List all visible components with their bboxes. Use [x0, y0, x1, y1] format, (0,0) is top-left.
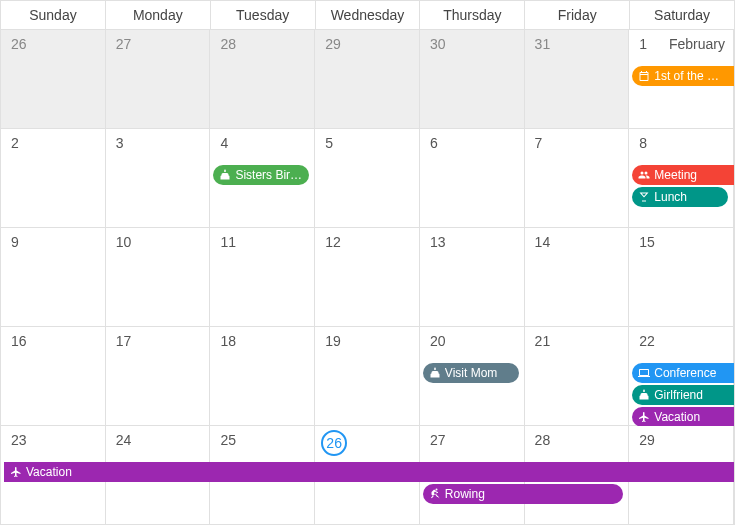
day-number: 8 [639, 135, 647, 151]
day-number: 13 [430, 234, 446, 250]
day-number: 10 [116, 234, 132, 250]
day-number: 18 [220, 333, 236, 349]
day-cell[interactable]: 9 [1, 228, 106, 326]
cake-icon [219, 169, 231, 181]
week-row: 23242526272829VacationRowing [1, 426, 734, 524]
day-cell[interactable]: 21 [525, 327, 630, 425]
event-pill[interactable]: Lunch [632, 187, 728, 207]
event-label: Lunch [654, 187, 687, 207]
day-cell[interactable]: 15 [629, 228, 734, 326]
event-pill[interactable]: Sisters Birth… [213, 165, 309, 185]
weekday-header: Sunday [1, 1, 106, 29]
event-pill[interactable]: 1st of the M… [632, 66, 734, 86]
day-number: 12 [325, 234, 341, 250]
day-cell[interactable]: 12 [315, 228, 420, 326]
event-pill[interactable]: Visit Mom [423, 363, 519, 383]
day-number: 5 [325, 135, 333, 151]
month-label: February [669, 36, 725, 52]
event-pill[interactable]: Meeting [632, 165, 734, 185]
event-pill[interactable]: Conference [632, 363, 734, 383]
day-cell[interactable]: 31 [525, 30, 630, 128]
event-pill[interactable]: Vacation [632, 407, 734, 427]
day-number: 16 [11, 333, 27, 349]
day-number: 28 [535, 432, 551, 448]
day-number: 30 [430, 36, 446, 52]
event-label: Vacation [654, 407, 700, 427]
event-label: Girlfriend [654, 385, 703, 405]
event-label: 1st of the M… [654, 66, 728, 86]
weeks-container: 2627282930311February1st of the M…234567… [1, 30, 734, 524]
day-cell[interactable]: 27 [106, 30, 211, 128]
day-cell[interactable]: 19 [315, 327, 420, 425]
day-number: 9 [11, 234, 19, 250]
day-number: 21 [535, 333, 551, 349]
weekday-header: Thursday [420, 1, 525, 29]
day-cell[interactable]: 3 [106, 129, 211, 227]
day-number: 20 [430, 333, 446, 349]
day-cell[interactable]: 26 [1, 30, 106, 128]
day-number: 14 [535, 234, 551, 250]
week-row: 2627282930311February1st of the M… [1, 30, 734, 129]
event-label: Sisters Birth… [235, 165, 303, 185]
day-number: 27 [430, 432, 446, 448]
flight-icon [10, 466, 22, 478]
day-number: 1 [639, 36, 647, 52]
day-cell[interactable]: 2 [1, 129, 106, 227]
day-number: 28 [220, 36, 236, 52]
day-number: 24 [116, 432, 132, 448]
weekday-header: Tuesday [211, 1, 316, 29]
week-row: 16171819202122Visit MomConferenceGirlfri… [1, 327, 734, 426]
day-cell[interactable]: 5 [315, 129, 420, 227]
day-number: 23 [11, 432, 27, 448]
day-number: 7 [535, 135, 543, 151]
day-cell[interactable]: 30 [420, 30, 525, 128]
day-cell[interactable]: 13 [420, 228, 525, 326]
day-cell[interactable]: 29 [315, 30, 420, 128]
calendar-icon [638, 70, 650, 82]
event-pill[interactable]: Rowing [423, 484, 623, 504]
day-number: 29 [639, 432, 655, 448]
rowing-icon [429, 488, 441, 500]
day-number: 27 [116, 36, 132, 52]
weekday-header: Saturday [630, 1, 734, 29]
day-number: 11 [220, 234, 236, 250]
event-pill[interactable]: Girlfriend [632, 385, 734, 405]
local-bar-icon [638, 191, 650, 203]
day-cell[interactable]: 7 [525, 129, 630, 227]
event-label: Vacation [26, 462, 72, 482]
cake-icon [429, 367, 441, 379]
day-number: 15 [639, 234, 655, 250]
day-cell[interactable]: 14 [525, 228, 630, 326]
day-number: 25 [220, 432, 236, 448]
weekday-header: Friday [525, 1, 630, 29]
day-number: 3 [116, 135, 124, 151]
day-cell[interactable]: 6 [420, 129, 525, 227]
day-number: 31 [535, 36, 551, 52]
day-cell[interactable]: 17 [106, 327, 211, 425]
event-label: Visit Mom [445, 363, 497, 383]
computer-icon [638, 367, 650, 379]
day-cell[interactable]: 10 [106, 228, 211, 326]
weekday-header: Wednesday [316, 1, 421, 29]
cake-icon [638, 389, 650, 401]
event-label: Conference [654, 363, 716, 383]
day-number: 17 [116, 333, 132, 349]
weekday-header-row: Sunday Monday Tuesday Wednesday Thursday… [1, 1, 734, 30]
event-pill[interactable]: Vacation [4, 462, 734, 482]
day-cell[interactable]: 28 [210, 30, 315, 128]
week-row: 9101112131415 [1, 228, 734, 327]
day-number: 19 [325, 333, 341, 349]
calendar-month-view: Sunday Monday Tuesday Wednesday Thursday… [0, 0, 735, 525]
day-cell[interactable]: 18 [210, 327, 315, 425]
day-number: 4 [220, 135, 228, 151]
day-cell[interactable]: 16 [1, 327, 106, 425]
day-cell[interactable]: 11 [210, 228, 315, 326]
day-number: 26 [11, 36, 27, 52]
day-number: 29 [325, 36, 341, 52]
group-icon [638, 169, 650, 181]
day-number: 2 [11, 135, 19, 151]
event-label: Meeting [654, 165, 697, 185]
flight-icon [638, 411, 650, 423]
event-label: Rowing [445, 484, 485, 504]
day-number: 22 [639, 333, 655, 349]
